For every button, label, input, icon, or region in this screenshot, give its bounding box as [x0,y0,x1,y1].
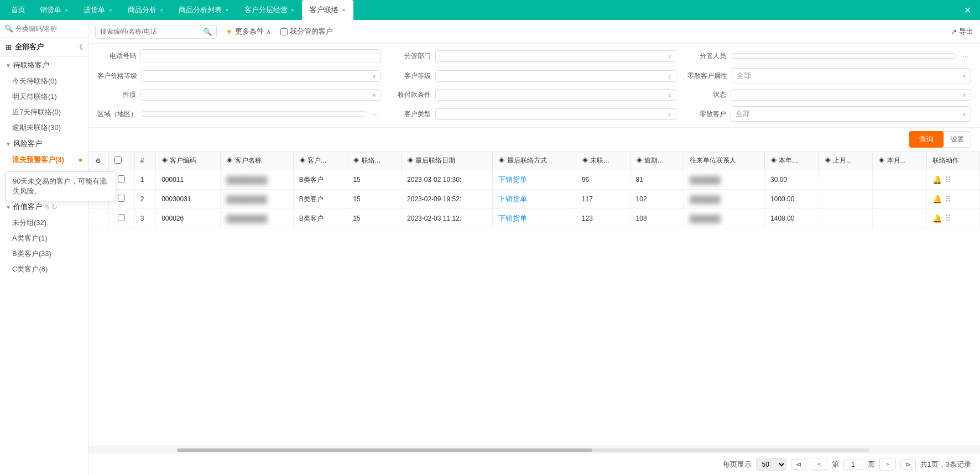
status-select[interactable]: ∨ [731,89,971,101]
contact-icon[interactable]: 🔔 [932,175,942,184]
search-box[interactable]: 🔍 [95,25,217,39]
col-this-year[interactable]: ◈ 本年... [765,152,819,170]
row-checkbox[interactable] [108,209,134,228]
tab-analysis-list[interactable]: 商品分析列表 × [171,0,236,20]
prev-page-btn[interactable]: ＜ [811,458,827,471]
manager-dots-btn[interactable]: ··· [960,51,971,60]
col-last-contact-date[interactable]: ◈ 最后联络日期 [402,152,493,170]
edit-icon[interactable]: ✎ [44,203,50,211]
col-checkbox[interactable] [108,152,134,170]
region-dots-btn[interactable]: ··· [371,109,382,118]
retail-attr-select[interactable]: 全部 ∨ [732,68,971,83]
more-actions-icon[interactable]: ⠿ [945,175,951,184]
col-overdue[interactable]: ◈ 逾期... [630,152,684,170]
group-risk-customer[interactable]: ▼ 风险客户 [0,135,88,152]
sidebar-item-7days[interactable]: 近7天待联络(0) [0,105,88,120]
col-code[interactable]: ◈ 客户编码 [156,152,221,170]
scrollbar-track[interactable] [177,448,869,452]
row-level: B类客户 [293,190,347,209]
all-customers-item[interactable]: ⊞ 全部客户 《 [0,38,88,57]
select-all-checkbox[interactable] [114,156,122,164]
row-overdue: 81 [630,170,684,190]
col-settings[interactable]: ⚙ [88,152,108,170]
row-code: 000026 [156,209,221,228]
price-level-select[interactable]: ∨ [142,70,381,82]
my-customers-checkbox-label[interactable]: 我分管的客户 [280,27,333,36]
page-size-select[interactable]: 50 20 100 [756,458,786,471]
col-uncontacted[interactable]: ◈ 未联... [576,152,630,170]
row-num: 1 [134,170,155,190]
row-contact: 15 [347,170,402,190]
refresh-icon[interactable]: ↻ [51,203,58,211]
row-last-contact-date: 2023-02-03 11:12: [402,209,493,228]
tab-sales[interactable]: 销货单 × [32,0,76,20]
sidebar-item-ungrouped[interactable]: 未分组(32) [0,215,88,231]
collapse-icon: 《 [76,43,82,52]
col-unit-contact[interactable]: 往来单位联系人 [684,152,765,170]
settings-button[interactable]: 设置 [943,131,971,148]
arrow-down-icon: ▼ [6,62,11,69]
more-actions-icon[interactable]: ⠿ [945,214,951,223]
more-conditions-btn[interactable]: ▼ 更多条件 ∧ [221,24,276,39]
region-input[interactable] [142,111,366,117]
retail-select[interactable]: 全部 ∨ [731,106,971,122]
row-settings [88,209,108,228]
col-contact[interactable]: ◈ 联络... [347,152,402,170]
my-customers-checkbox[interactable] [280,28,288,35]
export-btn[interactable]: ↗ 导出 [951,27,973,36]
col-name[interactable]: ◈ 客户名称 [221,152,293,170]
sidebar-item-tomorrow[interactable]: 明天待联络(1) [0,89,88,105]
row-unit-contact: ██████ [684,170,765,190]
filter-icon: ▼ [226,28,233,36]
col-last-contact-method[interactable]: ◈ 最后联络方式 [493,152,576,170]
phone-input[interactable] [140,49,381,62]
tab-customer-tier[interactable]: 客户分层经营 × [237,0,302,20]
row-last-contact-method[interactable]: 下销货单 [493,209,576,228]
sidebar-item-class-a[interactable]: A类客户(1) [0,231,88,246]
first-page-btn[interactable]: ⊲ [791,459,806,470]
sidebar-item-class-b[interactable]: B类客户(33) [0,246,88,262]
home-tab[interactable]: 首页 [4,0,32,20]
next-page-btn[interactable]: ＞ [879,458,896,471]
close-analysis-tab[interactable]: × [160,7,163,13]
customer-type-select[interactable]: ∨ [435,108,676,120]
sidebar-item-churn-warning[interactable]: 流失预警客户(3) ● [0,152,88,168]
horizontal-scroll-area[interactable] [88,446,980,453]
sidebar-item-overdue[interactable]: 逾期未联络(30) [0,120,88,135]
close-purchase-tab[interactable]: × [108,7,112,13]
contact-icon[interactable]: 🔔 [932,214,942,223]
page-number-input[interactable] [843,459,863,470]
row-overdue: 108 [630,209,684,228]
group-pending-contact[interactable]: ▼ 待联络客户 [0,57,88,74]
col-this-month[interactable]: ◈ 本月... [873,152,927,170]
more-actions-icon[interactable]: ⠿ [945,195,951,203]
sidebar-item-class-c[interactable]: C类客户(6) [0,262,88,277]
search-input[interactable] [100,28,203,35]
last-page-btn[interactable]: ⊳ [900,459,916,470]
row-last-contact-method[interactable]: 下销货单 [493,190,576,209]
close-sales-tab[interactable]: × [65,7,68,13]
close-all-btn[interactable]: ✕ [960,5,976,15]
row-name: ████████ [221,190,293,209]
col-level[interactable]: ◈ 客户... [293,152,347,170]
tab-analysis[interactable]: 商品分析 × [120,0,171,20]
manager-input[interactable] [731,53,956,59]
row-num: 3 [134,209,155,228]
payment-select[interactable]: ∨ [435,89,676,101]
close-customer-tier-tab[interactable]: × [291,7,294,13]
col-last-month[interactable]: ◈ 上月... [819,152,873,170]
row-last-contact-method[interactable]: 下销货单 [493,170,576,190]
contact-icon[interactable]: 🔔 [932,195,942,203]
customer-level-select[interactable]: ∨ [435,70,676,82]
scrollbar-thumb[interactable] [177,448,592,452]
close-customer-contact-tab[interactable]: × [342,7,345,13]
query-button[interactable]: 查询 [909,131,943,148]
nature-select[interactable]: ∨ [140,89,381,101]
tab-purchase[interactable]: 进货单 × [76,0,119,20]
sidebar-item-today[interactable]: 今天待联络(0) [0,74,88,89]
close-analysis-list-tab[interactable]: × [225,7,228,13]
table-row: 2 00030031 ████████ B类客户 15 2023-02-09 1… [88,190,980,209]
dept-select[interactable]: ∨ [435,50,676,62]
tab-customer-contact[interactable]: 客户联络 × [302,0,353,20]
sidebar-search-input[interactable] [15,25,88,33]
